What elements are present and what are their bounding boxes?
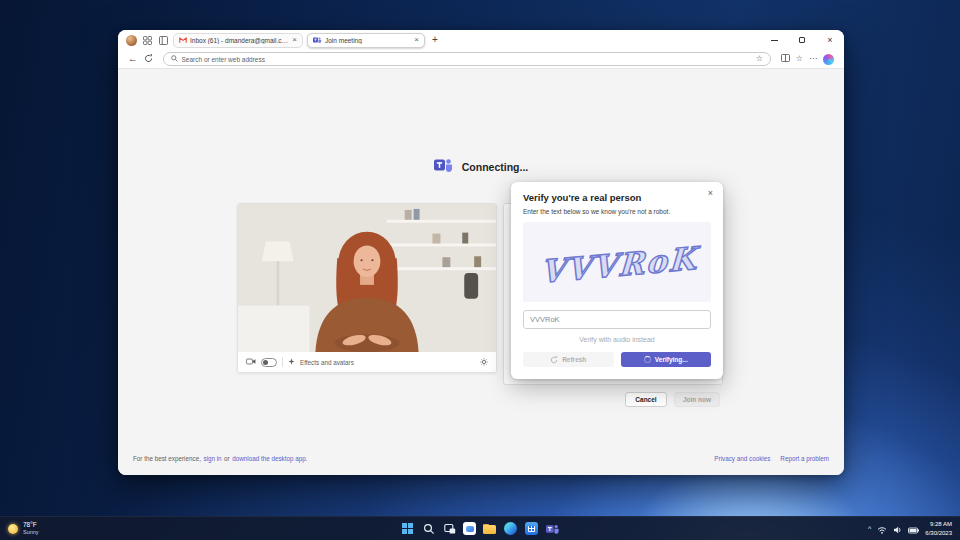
start-button[interactable]: [400, 521, 415, 536]
split-screen-icon[interactable]: [781, 54, 790, 64]
vertical-tabs-icon[interactable]: [157, 34, 169, 46]
taskbar-app-icons: [400, 521, 560, 536]
refresh-button[interactable]: [144, 54, 153, 65]
browser-tab-bar: Inbox (61) - dmandera@gmail.com × Join m…: [118, 30, 844, 50]
new-tab-button[interactable]: +: [432, 35, 438, 45]
file-explorer-icon[interactable]: [482, 521, 497, 536]
refresh-icon: [550, 356, 558, 364]
report-problem-link[interactable]: Report a problem: [780, 455, 829, 462]
captcha-input[interactable]: [523, 310, 711, 329]
camera-icon: [246, 358, 256, 366]
dialog-title: Verify you're a real person: [523, 192, 711, 203]
tab-close-icon[interactable]: ×: [414, 36, 419, 44]
back-button[interactable]: ←: [128, 54, 138, 64]
address-placeholder: Search or enter web address: [182, 56, 752, 63]
copilot-icon[interactable]: [823, 54, 834, 65]
teams-logo-icon: [434, 157, 454, 177]
dialog-buttons: Refresh Verifying...: [523, 352, 711, 367]
video-preview-card: Effects and avatars: [237, 203, 497, 373]
taskbar: 78°F Sunny: [0, 516, 960, 540]
teams-app-icon[interactable]: [545, 521, 560, 536]
collections-star-icon[interactable]: ☆: [796, 55, 803, 63]
workspaces-icon[interactable]: [141, 34, 153, 46]
minimize-button[interactable]: [760, 30, 788, 50]
captcha-image: VVVRoK: [523, 222, 711, 302]
gmail-icon: [179, 36, 187, 45]
browser-window: Inbox (61) - dmandera@gmail.com × Join m…: [118, 30, 844, 475]
spinner-icon: [644, 356, 651, 363]
connecting-status: Connecting...: [118, 157, 844, 177]
clock-time: 9:28 AM: [925, 520, 952, 528]
weather-widget[interactable]: 78°F Sunny: [8, 521, 39, 536]
divider: [282, 357, 283, 367]
camera-toggle[interactable]: [261, 358, 277, 367]
verify-audio-link[interactable]: Verify with audio instead: [523, 336, 711, 343]
dialog-close-icon[interactable]: ×: [708, 189, 713, 198]
privacy-cookies-link[interactable]: Privacy and cookies: [714, 455, 770, 462]
tab-close-icon[interactable]: ×: [292, 36, 297, 44]
device-settings-gear-icon[interactable]: [480, 358, 488, 367]
tab-inbox-gmail[interactable]: Inbox (61) - dmandera@gmail.com ×: [173, 33, 303, 48]
tray-chevron-up-icon[interactable]: ^: [868, 525, 871, 532]
weather-condition: Sunny: [23, 529, 39, 536]
desktop-wallpaper: Inbox (61) - dmandera@gmail.com × Join m…: [0, 0, 960, 540]
camera-preview: [238, 204, 496, 352]
tab-join-meeting[interactable]: Join meeting ×: [307, 33, 425, 48]
effects-label[interactable]: Effects and avatars: [300, 359, 354, 366]
system-tray: ^ 9:28 AM 6/30/2023: [868, 520, 952, 538]
refresh-captcha-button[interactable]: Refresh: [523, 352, 614, 367]
verifying-button[interactable]: Verifying...: [621, 352, 712, 367]
taskbar-clock[interactable]: 9:28 AM 6/30/2023: [925, 520, 952, 536]
browser-toolbar: ← Search or enter web address ☆ ☆ ⋯: [118, 50, 844, 69]
page-footer: For the best experience, sign in or down…: [133, 455, 829, 462]
favorites-star-icon[interactable]: ☆: [756, 55, 763, 63]
microsoft-store-icon[interactable]: [524, 521, 539, 536]
more-menu-icon[interactable]: ⋯: [809, 55, 817, 63]
sign-in-link[interactable]: sign in: [203, 455, 221, 462]
battery-icon[interactable]: [908, 520, 919, 538]
footer-text: For the best experience,: [133, 455, 201, 462]
footer-text-or: or: [224, 455, 230, 462]
sun-icon: [8, 524, 18, 534]
search-icon: [171, 55, 178, 63]
window-controls: ×: [760, 30, 844, 50]
effects-icon: [288, 358, 295, 366]
chat-icon[interactable]: [463, 522, 476, 535]
taskbar-search-icon[interactable]: [421, 521, 436, 536]
edge-icon[interactable]: [503, 521, 518, 536]
profile-avatar[interactable]: [126, 35, 137, 46]
camera-preview-image: [238, 204, 496, 352]
download-app-link[interactable]: download the desktop app.: [232, 455, 307, 462]
wifi-icon[interactable]: [877, 520, 887, 538]
teams-prejoin-page: Connecting...: [118, 69, 844, 475]
weather-temperature: 78°F: [23, 521, 39, 529]
teams-icon: [313, 36, 322, 45]
video-controls-bar: Effects and avatars: [238, 352, 496, 372]
task-view-icon[interactable]: [442, 521, 457, 536]
connecting-label: Connecting...: [462, 161, 529, 173]
captcha-text: VVVRoK: [540, 240, 702, 290]
captcha-dialog: Verify you're a real person × Enter the …: [511, 182, 723, 379]
windows-logo-icon: [402, 523, 413, 534]
dialog-subtitle: Enter the text below so we know you're n…: [523, 208, 711, 215]
address-bar[interactable]: Search or enter web address ☆: [163, 52, 771, 66]
join-now-button[interactable]: Join now: [674, 392, 720, 407]
maximize-button[interactable]: [788, 30, 816, 50]
close-window-button[interactable]: ×: [816, 30, 844, 50]
tab-label: Join meeting: [325, 37, 411, 44]
tab-label: Inbox (61) - dmandera@gmail.com: [190, 37, 289, 44]
clock-date: 6/30/2023: [925, 529, 952, 537]
cancel-button[interactable]: Cancel: [625, 392, 667, 407]
volume-icon[interactable]: [893, 520, 902, 538]
